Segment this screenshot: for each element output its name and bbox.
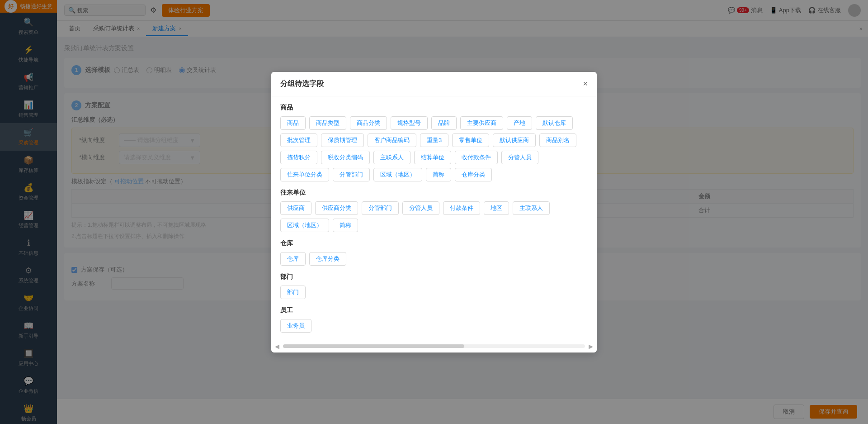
field-tag-0-19[interactable]: 收付款条件 [455, 151, 498, 164]
field-tag-1-1[interactable]: 供应商分类 [315, 201, 358, 215]
field-tag-0-17[interactable]: 主联系人 [373, 151, 410, 164]
field-tag-0-14[interactable]: 商品别名 [539, 133, 576, 147]
modal-body: 商品商品商品类型商品分类规格型号品牌主要供应商产地默认仓库批次管理保质期管理客户… [271, 96, 597, 340]
horizontal-scrollbar[interactable] [283, 344, 585, 348]
field-tag-0-24[interactable]: 简称 [426, 168, 451, 181]
scroll-right-arrow[interactable]: ▶ [589, 343, 593, 350]
scroll-thumb [283, 344, 464, 348]
field-tag-1-2[interactable]: 分管部门 [362, 201, 399, 215]
field-tag-1-5[interactable]: 地区 [484, 201, 509, 215]
modal-title: 分组待选字段 [280, 79, 324, 89]
field-tag-0-25[interactable]: 仓库分类 [455, 168, 492, 181]
field-select-modal: 分组待选字段 × 商品商品商品类型商品分类规格型号品牌主要供应商产地默认仓库批次… [271, 72, 597, 353]
field-tag-1-4[interactable]: 付款条件 [443, 201, 480, 215]
field-tag-0-6[interactable]: 产地 [507, 116, 532, 130]
field-tag-0-12[interactable]: 零售单位 [452, 133, 489, 147]
field-tag-0-5[interactable]: 主要供应商 [460, 116, 503, 130]
field-tag-0-10[interactable]: 客户商品编码 [368, 133, 416, 147]
field-tag-0-21[interactable]: 往来单位分类 [280, 168, 329, 181]
field-tag-0-3[interactable]: 规格型号 [391, 116, 428, 130]
field-tag-4-0[interactable]: 业务员 [280, 319, 311, 333]
field-tag-0-7[interactable]: 默认仓库 [536, 116, 573, 130]
modal-section-title-3: 部门 [280, 273, 588, 281]
modal-section-fields-3: 部门 [280, 286, 588, 299]
field-tag-0-11[interactable]: 重量3 [420, 133, 448, 147]
field-tag-1-0[interactable]: 供应商 [280, 201, 311, 215]
field-tag-0-9[interactable]: 保质期管理 [321, 133, 364, 147]
modal-footer-scroll: ◀ ▶ [271, 340, 597, 353]
modal-section-fields-4: 业务员 [280, 319, 588, 333]
field-tag-0-20[interactable]: 分管人员 [501, 151, 538, 164]
modal-close-btn[interactable]: × [583, 79, 588, 89]
field-tag-1-6[interactable]: 主联系人 [513, 201, 550, 215]
field-tag-0-16[interactable]: 税收分类编码 [321, 151, 370, 164]
modal-section-title-2: 仓库 [280, 239, 588, 248]
modal-section-fields-1: 供应商供应商分类分管部门分管人员付款条件地区主联系人区域（地区）简称 [280, 201, 588, 232]
field-tag-1-7[interactable]: 区域（地区） [280, 219, 329, 232]
modal-section-title-0: 商品 [280, 104, 588, 112]
field-tag-0-13[interactable]: 默认供应商 [493, 133, 536, 147]
modal-section-fields-2: 仓库仓库分类 [280, 252, 588, 266]
modal-section-title-4: 员工 [280, 306, 588, 314]
modal-section-fields-0: 商品商品类型商品分类规格型号品牌主要供应商产地默认仓库批次管理保质期管理客户商品… [280, 116, 588, 181]
field-tag-1-8[interactable]: 简称 [333, 219, 358, 232]
field-tag-0-1[interactable]: 商品类型 [309, 116, 346, 130]
modal-overlay: 分组待选字段 × 商品商品商品类型商品分类规格型号品牌主要供应商产地默认仓库批次… [0, 0, 868, 424]
field-tag-2-0[interactable]: 仓库 [280, 252, 306, 266]
modal-section-title-1: 往来单位 [280, 189, 588, 197]
field-tag-0-0[interactable]: 商品 [280, 116, 306, 130]
field-tag-3-0[interactable]: 部门 [280, 286, 306, 299]
field-tag-0-23[interactable]: 区域（地区） [373, 168, 422, 181]
field-tag-0-2[interactable]: 商品分类 [350, 116, 387, 130]
scroll-left-arrow[interactable]: ◀ [275, 343, 279, 350]
field-tag-1-3[interactable]: 分管人员 [402, 201, 439, 215]
field-tag-0-8[interactable]: 批次管理 [280, 133, 317, 147]
field-tag-0-4[interactable]: 品牌 [431, 116, 457, 130]
field-tag-0-18[interactable]: 结算单位 [414, 151, 451, 164]
field-tag-2-1[interactable]: 仓库分类 [309, 252, 346, 266]
field-tag-0-22[interactable]: 分管部门 [333, 168, 370, 181]
field-tag-0-15[interactable]: 拣货积分 [280, 151, 317, 164]
modal-header: 分组待选字段 × [271, 72, 597, 96]
